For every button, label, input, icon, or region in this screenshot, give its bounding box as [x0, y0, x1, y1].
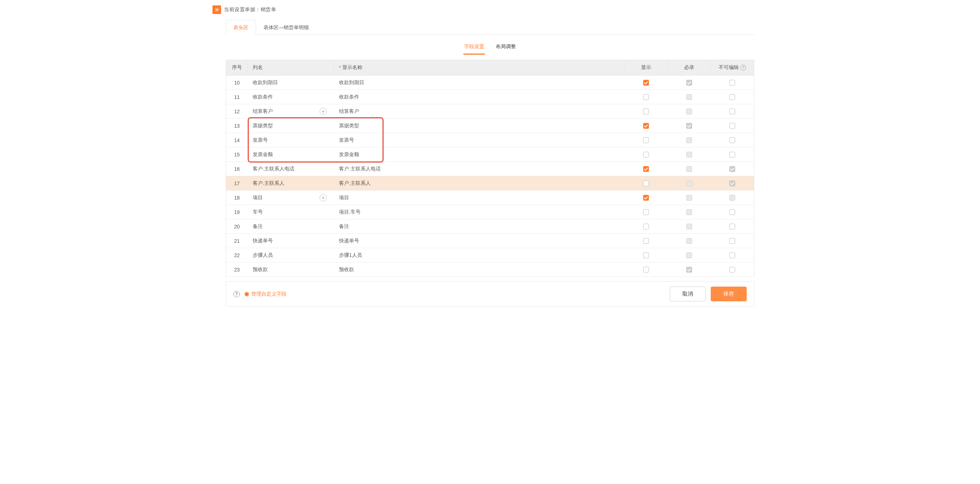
cell-readonly	[711, 162, 754, 176]
col-name-text: 结算客户	[253, 108, 273, 115]
add-sub-column-button[interactable]: +	[320, 108, 327, 115]
cell-col-name: 车号	[248, 205, 334, 219]
cell-display-name[interactable]: 结算客户	[334, 104, 624, 118]
cell-display-name[interactable]: 项目.车号	[334, 205, 624, 219]
readonly-checkbox[interactable]	[729, 209, 735, 215]
add-sub-column-button[interactable]: +	[320, 194, 327, 201]
table-row[interactable]: 17客户.主联系人客户.主联系人	[226, 176, 754, 191]
cell-readonly	[711, 119, 754, 133]
readonly-checkbox[interactable]	[729, 267, 735, 272]
col-name-text: 快递单号	[253, 238, 273, 244]
cell-readonly	[711, 263, 754, 277]
help-icon[interactable]: ?	[740, 65, 746, 70]
show-checkbox[interactable]	[643, 137, 649, 143]
readonly-checkbox[interactable]	[729, 238, 735, 244]
manage-custom-fields-link[interactable]: 管理自定义字段	[243, 291, 286, 298]
cell-display-name[interactable]: 发票号	[334, 133, 624, 147]
cell-seq: 19	[226, 205, 248, 219]
cell-readonly	[711, 90, 754, 104]
save-button[interactable]: 保存	[711, 287, 747, 301]
show-checkbox[interactable]	[643, 108, 649, 115]
sub-tab-0[interactable]: 字段设置	[463, 41, 485, 55]
required-checkbox	[686, 267, 692, 272]
table-row[interactable]: 10收款到期日收款到期日	[226, 75, 754, 90]
cell-display-name[interactable]: 发票金额	[334, 147, 624, 161]
cell-col-name: 项目+	[248, 191, 334, 205]
show-checkbox[interactable]	[643, 267, 649, 272]
cell-display-name[interactable]: 票据类型	[334, 119, 624, 133]
show-checkbox[interactable]	[643, 123, 649, 129]
col-seq: 序号	[226, 60, 248, 75]
table-row[interactable]: 11收款条件收款条件	[226, 90, 754, 104]
cell-col-name: 发票金额	[248, 147, 334, 161]
table-row[interactable]: 13票据类型票据类型	[226, 119, 754, 133]
cell-seq: 15	[226, 147, 248, 161]
table-row[interactable]: 22步骤人员步骤1人员	[226, 248, 754, 263]
area-tab-1[interactable]: 表体区—销货单明细	[256, 20, 317, 35]
cell-seq: 10	[226, 75, 248, 89]
cell-col-name: 票据类型	[248, 119, 334, 133]
required-checkbox	[686, 166, 692, 172]
table-row[interactable]: 16客户.主联系人电话客户.主联系人电话	[226, 162, 754, 176]
cell-display-name[interactable]: 客户.主联系人	[334, 176, 624, 190]
cell-display-name[interactable]: 收款到期日	[334, 75, 624, 89]
expand-toggle[interactable]	[212, 5, 221, 14]
table-row[interactable]: 20备注备注	[226, 219, 754, 234]
show-checkbox[interactable]	[643, 94, 649, 100]
readonly-checkbox[interactable]	[729, 123, 735, 129]
cell-display-name[interactable]: 预收款	[334, 263, 624, 277]
required-checkbox	[686, 152, 692, 158]
table-row[interactable]: 18项目+项目	[226, 191, 754, 205]
cell-display-name[interactable]: 项目	[334, 191, 624, 205]
table-row[interactable]: 21快递单号快递单号	[226, 234, 754, 248]
readonly-checkbox[interactable]	[729, 94, 735, 100]
cell-show	[624, 133, 668, 147]
required-checkbox	[686, 209, 692, 215]
cell-display-name[interactable]: 步骤1人员	[334, 248, 624, 262]
cell-readonly	[711, 75, 754, 89]
cell-readonly	[711, 133, 754, 147]
show-checkbox[interactable]	[643, 252, 649, 258]
cell-display-name[interactable]: 收款条件	[334, 90, 624, 104]
required-checkbox	[686, 238, 692, 244]
cell-col-name: 结算客户+	[248, 104, 334, 118]
cancel-button[interactable]: 取消	[670, 287, 706, 301]
cell-col-name: 备注	[248, 219, 334, 233]
col-name: 列名	[248, 60, 334, 75]
cell-seq: 14	[226, 133, 248, 147]
cell-required	[668, 176, 711, 190]
show-checkbox[interactable]	[643, 195, 649, 201]
required-checkbox	[686, 180, 692, 186]
area-tab-0[interactable]: 表头区	[226, 20, 256, 35]
readonly-checkbox[interactable]	[729, 252, 735, 258]
cell-seq: 11	[226, 90, 248, 104]
required-checkbox	[686, 80, 692, 86]
cell-display-name[interactable]: 客户.主联系人电话	[334, 162, 624, 176]
show-checkbox[interactable]	[643, 152, 649, 158]
area-tabs: 表头区表体区—销货单明细	[226, 19, 754, 35]
table-row[interactable]: 12结算客户+结算客户	[226, 104, 754, 119]
readonly-checkbox[interactable]	[729, 137, 735, 143]
readonly-checkbox[interactable]	[729, 108, 735, 115]
show-checkbox[interactable]	[643, 238, 649, 244]
cell-display-name[interactable]: 备注	[334, 219, 624, 233]
show-checkbox[interactable]	[643, 166, 649, 172]
cell-show	[624, 191, 668, 205]
table-row[interactable]: 14发票号发票号	[226, 133, 754, 147]
table-row[interactable]: 15发票金额发票金额	[226, 147, 754, 162]
cell-show	[624, 75, 668, 89]
show-checkbox[interactable]	[643, 224, 649, 229]
cell-col-name: 客户.主联系人	[248, 176, 334, 190]
readonly-checkbox	[729, 195, 735, 201]
table-row[interactable]: 19车号项目.车号	[226, 205, 754, 219]
readonly-checkbox[interactable]	[729, 80, 735, 86]
show-checkbox[interactable]	[643, 180, 649, 186]
table-row[interactable]: 23预收款预收款	[226, 263, 754, 277]
sub-tab-1[interactable]: 布局调整	[495, 41, 517, 55]
readonly-checkbox[interactable]	[729, 152, 735, 158]
title-bar: 当前设置单据： 销货单	[210, 2, 770, 17]
show-checkbox[interactable]	[643, 80, 649, 86]
readonly-checkbox[interactable]	[729, 224, 735, 229]
show-checkbox[interactable]	[643, 209, 649, 215]
cell-display-name[interactable]: 快递单号	[334, 234, 624, 248]
